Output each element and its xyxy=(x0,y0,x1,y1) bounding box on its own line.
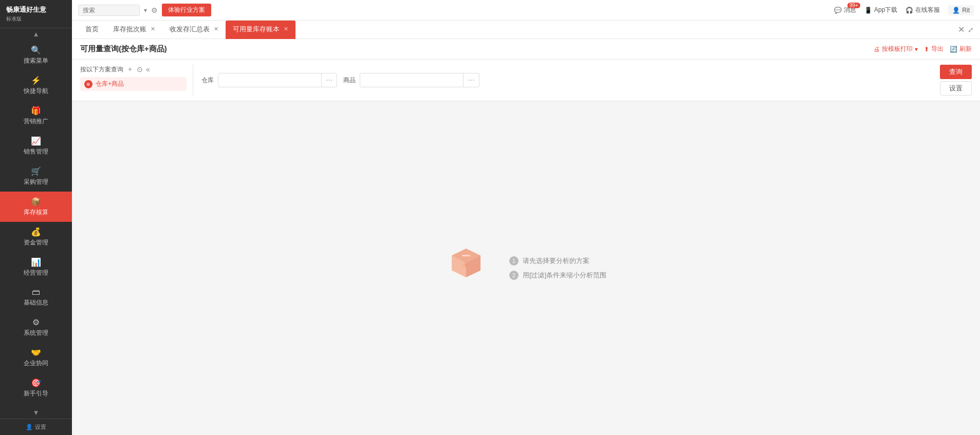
refresh-label: 刷新 xyxy=(959,45,972,53)
filter-scheme-title-label: 按以下方案查询 xyxy=(80,65,123,74)
topbar: ▾ ⚙ 体验行业方案 💬 消息 99+ 📱 App下载 🎧 在线客服 👤 Rit xyxy=(72,0,980,21)
sidebar-logo: 畅康通好生意 标准版 xyxy=(0,0,72,28)
topbar-search-input[interactable] xyxy=(78,5,140,16)
sidebar-item-corp[interactable]: 🤝企业协同 xyxy=(0,343,72,373)
filter-left-panel: 按以下方案查询 ＋ ⊙ « ⊕ 仓库+商品 xyxy=(80,65,193,96)
sidebar-item-quicknav[interactable]: ⚡快捷导航 xyxy=(0,70,72,101)
goods-input-wrap: ··· xyxy=(360,73,479,87)
sidebar-label-purchase: 采购管理 xyxy=(24,178,48,186)
filter-scheme-title: 按以下方案查询 ＋ ⊙ « xyxy=(80,65,187,74)
sidebar-item-purchase[interactable]: 🛒采购管理 xyxy=(0,161,72,192)
user-avatar-icon: 👤 xyxy=(952,7,960,14)
content-header: 可用量查询(按仓库+商品) 🖨 按模板打印 ▾ ⬆ 导出 🔄 刷新 xyxy=(72,39,980,60)
export-icon: ⬆ xyxy=(924,46,929,53)
sidebar-item-basic[interactable]: 🗃基础信息 xyxy=(0,282,72,312)
sidebar-item-finance[interactable]: 💰资金管理 xyxy=(0,222,72,252)
sidebar-footer-label: 👤 设置 xyxy=(26,423,46,431)
sidebar-label-corp: 企业协同 xyxy=(24,359,48,368)
warehouse-input-wrap: ··· xyxy=(218,73,337,87)
refresh-btn[interactable]: 🔄 刷新 xyxy=(950,45,972,53)
sidebar-item-appcenter[interactable]: 📱应用中心 xyxy=(0,403,72,407)
topbar-user-btn[interactable]: 👤 Rit xyxy=(948,5,974,15)
sidebar-item-sales[interactable]: 📈销售管理 xyxy=(0,131,72,161)
empty-box-illustration: ? xyxy=(446,242,487,283)
sidebar-icon-basic: 🗃 xyxy=(32,288,40,297)
filter-row-main: 仓库 ··· 商品 ··· 查询 xyxy=(201,65,972,96)
sidebar-label-system: 系统管理 xyxy=(24,329,48,337)
scheme-item-icon: ⊕ xyxy=(84,80,93,88)
print-dropdown-icon: ▾ xyxy=(915,46,918,53)
sidebar-icon-system: ⚙ xyxy=(32,317,40,327)
tabs-bar: 首页库存批次账✕收发存汇总表✕可用量库存账本✕ ✕ ⤢ xyxy=(72,21,980,39)
topbar-service-btn[interactable]: 🎧 在线客服 xyxy=(905,6,940,14)
print-icon: 🖨 xyxy=(874,46,880,53)
warehouse-field: 仓库 ··· xyxy=(201,73,337,87)
export-label: 导出 xyxy=(931,45,944,53)
tab-summary[interactable]: 收发存汇总表✕ xyxy=(162,21,226,39)
goods-dots-btn[interactable]: ··· xyxy=(463,73,478,87)
sidebar-icon-sales: 📈 xyxy=(31,136,41,146)
tab-home[interactable]: 首页 xyxy=(78,21,106,39)
sidebar-icon-finance: 💰 xyxy=(31,227,41,237)
tab-close-batch[interactable]: ✕ xyxy=(151,26,155,32)
logo-title: 畅康通好生意 xyxy=(6,5,66,14)
tabs-expand-btn[interactable]: ⤢ xyxy=(968,25,974,34)
sidebar-item-search[interactable]: 🔍搜索菜单 xyxy=(0,40,72,70)
sidebar-item-guide[interactable]: 🎯新手引导 xyxy=(0,373,72,403)
sidebar-label-marketing: 营销推广 xyxy=(24,117,48,126)
sidebar-item-operation[interactable]: 📊经营管理 xyxy=(0,252,72,282)
sidebar-label-guide: 新手引导 xyxy=(24,389,48,398)
user-label: Rit xyxy=(962,7,970,14)
topbar-app-btn[interactable]: 📱 App下载 xyxy=(864,6,897,14)
filter-scheme-add-btn[interactable]: ＋ xyxy=(126,65,134,74)
topbar-industry-btn[interactable]: 体验行业方案 xyxy=(162,4,211,16)
sidebar-icon-operation: 📊 xyxy=(31,257,41,267)
page-title: 可用量查询(按仓库+商品) xyxy=(80,44,167,54)
service-label: 在线客服 xyxy=(915,6,940,14)
topbar-right: 💬 消息 99+ 📱 App下载 🎧 在线客服 👤 Rit xyxy=(834,5,974,15)
sidebar-item-system[interactable]: ⚙系统管理 xyxy=(0,312,72,343)
empty-tip-2: 2 用[过滤]条件来缩小分析范围 xyxy=(509,271,606,280)
sidebar-menu: 🔍搜索菜单⚡快捷导航🎁营销推广📈销售管理🛒采购管理📦库存核算💰资金管理📊经营管理… xyxy=(0,40,72,407)
svg-rect-4 xyxy=(462,255,470,256)
tab-close-summary[interactable]: ✕ xyxy=(214,26,218,32)
scheme-item-warehouse-goods[interactable]: ⊕ 仓库+商品 xyxy=(80,77,187,91)
sidebar-scroll-down[interactable]: ▼ xyxy=(0,407,72,419)
refresh-icon: 🔄 xyxy=(950,46,957,53)
print-label: 按模板打印 xyxy=(882,45,913,53)
scheme-item-label: 仓库+商品 xyxy=(96,80,124,88)
content-area: 可用量查询(按仓库+商品) 🖨 按模板打印 ▾ ⬆ 导出 🔄 刷新 xyxy=(72,39,980,435)
query-button[interactable]: 查询 xyxy=(940,65,972,79)
warehouse-label: 仓库 xyxy=(201,76,214,85)
sidebar-item-marketing[interactable]: 🎁营销推广 xyxy=(0,101,72,131)
sidebar-icon-corp: 🤝 xyxy=(31,348,41,357)
tabs-close-all-btn[interactable]: ✕ xyxy=(958,25,965,34)
main-area: ▾ ⚙ 体验行业方案 💬 消息 99+ 📱 App下载 🎧 在线客服 👤 Rit xyxy=(72,0,980,435)
tabs-right-actions: ✕ ⤢ xyxy=(958,25,974,34)
topbar-dropdown-arrow[interactable]: ▾ xyxy=(144,7,147,14)
tab-close-available[interactable]: ✕ xyxy=(284,26,288,32)
topbar-msg-btn[interactable]: 💬 消息 99+ xyxy=(834,6,856,14)
tab-available[interactable]: 可用量库存账本✕ xyxy=(226,21,295,39)
filter-scheme-collapse-btn[interactable]: « xyxy=(146,65,150,73)
sidebar: 畅康通好生意 标准版 ▲ 🔍搜索菜单⚡快捷导航🎁营销推广📈销售管理🛒采购管理📦库… xyxy=(0,0,72,435)
print-template-btn[interactable]: 🖨 按模板打印 ▾ xyxy=(874,45,918,53)
filter-right-panel: 仓库 ··· 商品 ··· 查询 xyxy=(193,65,972,96)
filter-scheme-settings-btn[interactable]: ⊙ xyxy=(137,65,143,73)
sidebar-footer[interactable]: 👤 设置 xyxy=(0,419,72,435)
warehouse-input[interactable] xyxy=(218,77,321,84)
empty-icon-wrap: ? xyxy=(446,242,497,294)
sidebar-icon-inventory: 📦 xyxy=(31,197,41,206)
settings-button[interactable]: 设置 xyxy=(940,81,972,96)
sidebar-item-inventory[interactable]: 📦库存核算 xyxy=(0,192,72,222)
empty-state: ? 1 请先选择要分析的方案 2 用[过滤]条件来缩小分析范围 xyxy=(72,101,980,435)
export-btn[interactable]: ⬆ 导出 xyxy=(924,45,944,53)
sidebar-scroll-up[interactable]: ▲ xyxy=(0,28,72,40)
tab-label-home: 首页 xyxy=(85,25,99,34)
topbar-gear-icon[interactable]: ⚙ xyxy=(151,6,158,14)
tab-batch[interactable]: 库存批次账✕ xyxy=(106,21,162,39)
app-icon: 📱 xyxy=(864,7,872,14)
warehouse-dots-btn[interactable]: ··· xyxy=(321,73,337,87)
goods-input[interactable] xyxy=(360,77,463,84)
filter-actions-right: 查询 设置 xyxy=(940,65,972,96)
